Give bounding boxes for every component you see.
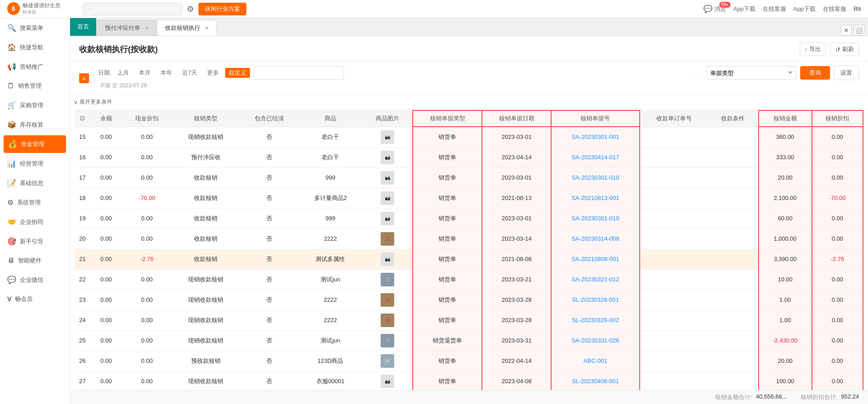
online-service-link[interactable]: 在线客服 xyxy=(763,5,786,13)
cancel-number-link[interactable]: SA-20230301-001 xyxy=(571,133,619,140)
sidebar-item-search[interactable]: 🔍 搜索菜单 xyxy=(0,18,70,38)
message-badge: 99+ xyxy=(719,2,731,8)
sidebar-item-collab[interactable]: 🤝 企业协同 xyxy=(0,212,70,232)
th-receipt-order-no: 收款单订单号 xyxy=(640,110,708,127)
goods-cell: 多计量商品2 xyxy=(298,188,362,208)
sidebar-item-nav[interactable]: 🏠 快捷导航 xyxy=(0,38,70,57)
goods-image-cell: 📷 xyxy=(362,127,413,147)
export-btn[interactable]: ↑ 导出 xyxy=(800,43,826,56)
receipt-condition-cell xyxy=(708,249,759,269)
online-service-text[interactable]: 在线客服 xyxy=(823,5,846,13)
th-settings[interactable]: ⚙ xyxy=(75,110,90,127)
query-btn[interactable]: 查询 xyxy=(800,66,830,80)
tab-cancel-close[interactable]: ✕ xyxy=(205,25,209,31)
recipient-input[interactable] xyxy=(254,66,344,80)
row-id: 19 xyxy=(75,208,90,228)
date-tag-this-month[interactable]: 本月 xyxy=(135,68,154,78)
tab-prepay[interactable]: 预付冲应付单 ✕ xyxy=(97,20,156,36)
logo-icon: 6 xyxy=(7,2,20,15)
close-tab-btn[interactable]: ✕ xyxy=(841,25,852,36)
basic-icon: 📝 xyxy=(7,179,16,187)
tab-cancel[interactable]: 收款核销执行 ✕ xyxy=(157,20,217,36)
industry-btn[interactable]: 休闲行业方案 xyxy=(198,3,246,15)
sidebar-item-hardware[interactable]: 🖥 智能硬件 xyxy=(0,251,70,270)
refresh-btn[interactable]: ↺ 刷新 xyxy=(830,43,859,56)
cancel-number-link[interactable]: SA-20230331-026 xyxy=(571,337,619,344)
cancel-amount-cell: -2,430.00 xyxy=(759,330,812,351)
sidebar-item-operations[interactable]: 📊 经营管理 xyxy=(0,154,70,173)
vip-icon: V xyxy=(7,295,11,303)
receipt-order-cell xyxy=(640,208,708,228)
cash-discount-cell: -70.00 xyxy=(122,188,172,208)
table-row: 270.000.00现销收款核销否衣服00001📷销货单2023-04-08SL… xyxy=(75,371,863,390)
cancel-number-link[interactable]: SA-20230314-008 xyxy=(571,235,619,242)
settings-icon[interactable]: ⚙ xyxy=(187,4,194,14)
column-settings-icon[interactable]: ⚙ xyxy=(79,114,85,122)
cancel-number-link[interactable]: SA-20210813-001 xyxy=(571,195,619,201)
expand-btn[interactable]: ∨ 展开更多条件 xyxy=(70,96,116,108)
cancel-number-link[interactable]: SA-20230321-012 xyxy=(571,276,619,283)
sales-icon: 🗒 xyxy=(7,82,14,90)
include-settled-cell: 否 xyxy=(240,167,298,188)
sidebar-item-purchase[interactable]: 🛒 采购管理 xyxy=(0,95,70,115)
date-tag-7days[interactable]: 近7天 xyxy=(179,68,201,78)
goods-cell: 老白干 xyxy=(298,147,362,167)
cancel-number-link[interactable]: SL-20230408-001 xyxy=(572,378,619,385)
cancel-number-link[interactable]: SA-20230414-017 xyxy=(571,154,619,161)
sidebar-item-basic[interactable]: 📝 基础信息 xyxy=(0,173,70,193)
cancel-number-link[interactable]: SL-20230328-001 xyxy=(572,296,619,303)
cancel-number-link[interactable]: SA-20230301-010 xyxy=(571,215,619,222)
cancel-number-link[interactable]: SL-20230328-002 xyxy=(572,317,619,323)
sidebar-item-guide[interactable]: 🎯 新手引导 xyxy=(0,232,70,251)
footer-total-discount: 核销折扣合计: 952.24 xyxy=(801,393,859,401)
date-tag-more[interactable]: 更多 xyxy=(203,68,222,78)
cancel-type-cell: 现销收款核销 xyxy=(172,269,240,290)
maximize-tab-btn[interactable]: ⬜ xyxy=(854,25,864,36)
cancel-number-link[interactable]: ABC-001 xyxy=(584,357,608,364)
receipt-condition-cell xyxy=(708,188,759,208)
cancel-number-link[interactable]: SA-20210808-001 xyxy=(571,256,619,262)
sidebar-item-sales[interactable]: 🗒 销售管理 xyxy=(0,76,70,95)
logo-area: 6 畅捷通谱好生意 标准版 xyxy=(7,2,77,15)
date-tag-this-year[interactable]: 本年 xyxy=(157,68,176,78)
settings-query-btn[interactable]: 设置 xyxy=(834,66,859,80)
sidebar-item-inventory[interactable]: 📦 库存核算 xyxy=(0,115,70,134)
date-tag-custom[interactable]: 自定义 xyxy=(225,68,250,78)
cash-discount-cell: 0.00 xyxy=(122,269,172,290)
cancel-type-cell: 收款核销 xyxy=(172,208,240,228)
sidebar-item-vip[interactable]: V 畅会员 xyxy=(0,290,70,309)
sidebar-item-wechat[interactable]: 💬 企业微信 xyxy=(0,270,70,290)
sidebar-item-system[interactable]: ⚙ 系统管理 xyxy=(0,193,70,212)
th-cash-discount: 现金折扣 xyxy=(122,110,172,127)
app-download-text[interactable]: App下载 xyxy=(793,5,816,13)
cancel-amount-cell: 60.00 xyxy=(759,208,812,228)
wechat-icon: 💬 xyxy=(7,276,16,284)
sidebar-label-guide: 新手引导 xyxy=(20,238,43,246)
cancel-number-cell: SA-20210813-001 xyxy=(551,188,639,208)
cancel-type-cell: 现销收款核销 xyxy=(172,290,240,310)
cancel-amount-cell: 333.00 xyxy=(759,147,812,167)
page-content: 收款核销执行(按收款) ↑ 导出 ↺ 刷新 » xyxy=(70,36,868,404)
date-tag-last-month[interactable]: 上月 xyxy=(113,68,132,78)
include-settled-cell: 否 xyxy=(240,188,298,208)
cancel-voucher-type-cell: 销货单 xyxy=(413,188,482,208)
sidebar-label-operations: 经营管理 xyxy=(20,160,43,168)
sidebar-item-finance[interactable]: 💰 资金管理 xyxy=(4,135,66,153)
row-id: 20 xyxy=(75,228,90,249)
refresh-icon: ↺ xyxy=(835,46,840,53)
cash-discount-cell: 0.00 xyxy=(122,127,172,147)
table-cell: 0.00 xyxy=(90,147,122,167)
cancel-voucher-type-cell: 销货单 xyxy=(413,249,482,269)
sidebar-collapse-btn[interactable]: » xyxy=(79,73,89,83)
sidebar-label-hardware: 智能硬件 xyxy=(18,257,42,265)
app-download-link[interactable]: App下载 xyxy=(733,5,755,13)
tab-prepay-close[interactable]: ✕ xyxy=(145,25,149,31)
message-area[interactable]: 💬 99+ 消息 xyxy=(703,5,726,13)
goods-image-cell: 🖼 xyxy=(362,269,413,290)
total-discount-value: 952.24 xyxy=(841,393,859,401)
goods-cell: 2222 xyxy=(298,228,362,249)
voucher-type-select[interactable]: 单据类型 xyxy=(706,66,797,80)
cancel-number-link[interactable]: SA-20230301-010 xyxy=(571,174,619,181)
sidebar-item-marketing[interactable]: 📢 营销推广 xyxy=(0,57,70,76)
tab-home[interactable]: 首页 xyxy=(70,18,96,36)
